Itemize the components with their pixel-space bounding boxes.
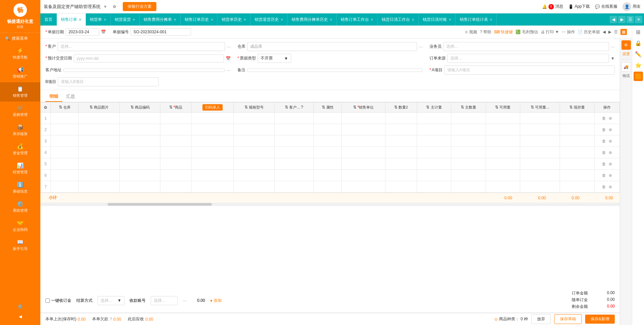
row-6-warehouse[interactable]	[51, 170, 79, 181]
operations-btn[interactable]: ⋯ 操作	[562, 29, 575, 35]
tab-sales-order[interactable]: 销售订单 ✕	[57, 13, 86, 26]
row-7-unit[interactable]	[342, 181, 385, 193]
th-settings[interactable]: ⚙	[41, 103, 51, 113]
b-project-input[interactable]: 请输入B项目	[58, 77, 159, 86]
row-4-main-unit[interactable]	[417, 147, 451, 158]
sidebar-item-enterprise[interactable]: 🤝 企业协同	[0, 216, 40, 236]
row-6-product[interactable]	[160, 170, 191, 181]
row-5-customer-code[interactable]	[274, 158, 313, 170]
video-btn[interactable]: ⊙ 视频	[465, 29, 477, 35]
row-7-code[interactable]	[119, 181, 160, 193]
row-3-available-detail[interactable]	[520, 135, 560, 147]
row-5-spec[interactable]	[234, 158, 274, 170]
row-7-spec[interactable]	[234, 181, 274, 193]
row-4-available-detail[interactable]	[520, 147, 560, 158]
a-project-input[interactable]: 请输入A项目	[444, 66, 615, 75]
row-3-customer-code[interactable]	[274, 135, 313, 147]
row-2-main-qty[interactable]	[451, 124, 486, 135]
online-service-btn[interactable]: 💬 在线客服	[595, 4, 617, 9]
th-sales-unit-sort-icon[interactable]: ⇅	[353, 105, 356, 110]
row-5-current-stock[interactable]	[560, 158, 594, 170]
sidebar-item-system[interactable]: ⚙️ 系统管理	[0, 197, 40, 216]
tab-detail[interactable]: 明细	[45, 92, 62, 102]
th-main-qty-sort-icon[interactable]: ⇅	[461, 105, 464, 110]
card-view-icon[interactable]: ▦	[620, 29, 627, 35]
row-1-attr[interactable]	[313, 113, 341, 124]
row-6-current-stock[interactable]	[560, 170, 594, 181]
row-3-qty2[interactable]	[385, 135, 417, 147]
row-4-product[interactable]	[160, 147, 191, 158]
row-4-main-qty[interactable]	[451, 147, 486, 158]
th-available-detail-sort-icon[interactable]: ⇅	[531, 105, 534, 110]
side-settings-label[interactable]: 设置	[622, 51, 630, 56]
list-view-icon[interactable]: ☰	[614, 30, 618, 34]
nav-next-icon[interactable]: ▶	[608, 30, 611, 34]
sidebar-item-quick-nav[interactable]: ⚡ 快捷导航	[0, 44, 40, 63]
receipt-more-icon[interactable]: ···	[183, 298, 187, 303]
row-6-customer-code[interactable]	[274, 170, 313, 181]
row-5-main-unit[interactable]	[417, 158, 451, 170]
tab-expense-split-history[interactable]: 销售费用分摊单历史 ✕	[288, 13, 337, 26]
side-logistics-btn[interactable]: 🚚	[621, 62, 631, 72]
row-2-copy-icon[interactable]: ⊕	[609, 127, 612, 132]
tab-sales-workbench[interactable]: 销售订单工作台 ✕	[337, 13, 378, 26]
horizontal-scrollbar[interactable]	[40, 203, 620, 206]
row-3-copy-icon[interactable]: ⊕	[609, 139, 612, 144]
shortcut-btn[interactable]: ⌨ 快捷键	[494, 29, 513, 35]
add-btn[interactable]: ● 添加	[210, 298, 222, 303]
row-7-customer-code[interactable]	[274, 181, 313, 193]
row-1-customer-code[interactable]	[274, 113, 313, 124]
row-1-unit[interactable]	[342, 113, 385, 124]
tab-sales-return-history-close-icon[interactable]: ✕	[280, 18, 283, 22]
row-4-customer-code[interactable]	[274, 147, 313, 158]
customer-more-icon[interactable]: ···	[227, 44, 231, 49]
row-5-available[interactable]	[486, 158, 520, 170]
nav-prev-icon[interactable]: ◀	[603, 30, 606, 34]
row-1-qty2[interactable]	[385, 113, 417, 124]
receipt-account-select[interactable]: 选择...	[151, 296, 178, 305]
tab-sales-order-history[interactable]: 销售订单历史 ✕	[181, 13, 218, 26]
row-4-available[interactable]	[486, 147, 520, 158]
sidebar-item-operations[interactable]: 📊 经营管理	[0, 159, 40, 178]
side-settings-btn[interactable]: ⚙	[621, 40, 631, 50]
row-6-delete-icon[interactable]: 🗑	[602, 173, 606, 178]
row-1-image[interactable]	[79, 113, 119, 124]
sidebar-item-sales[interactable]: 📋 销售管理	[0, 82, 40, 101]
th-current-stock-sort-icon[interactable]: ⇅	[569, 105, 573, 110]
tabs-menu-btn[interactable]: ☰	[627, 16, 634, 23]
profit-estimate-btn[interactable]: 💹 毛利预估	[516, 29, 538, 35]
row-6-image[interactable]	[79, 170, 119, 181]
warehouse-more-icon[interactable]: ···	[419, 44, 423, 49]
tab-summary[interactable]: 汇总	[62, 92, 79, 102]
row-2-warehouse[interactable]	[51, 124, 79, 135]
rp-grid-icon[interactable]: ⊞	[634, 27, 643, 37]
row-7-available-detail[interactable]	[520, 181, 560, 193]
sidebar-collapse-btn[interactable]: ◀	[0, 312, 40, 322]
row-5-copy-icon[interactable]: ⊕	[609, 162, 612, 166]
row-4-current-stock[interactable]	[560, 147, 594, 158]
row-6-available-detail[interactable]	[520, 170, 560, 181]
row-2-qty2[interactable]	[385, 124, 417, 135]
warehouse-input[interactable]: 成品库	[247, 42, 417, 51]
th-main-unit-sort-icon[interactable]: ⇅	[426, 105, 429, 110]
row-1-spec[interactable]	[234, 113, 274, 124]
th-available-sort-icon[interactable]: ⇅	[495, 105, 498, 110]
order-source-dropdown-icon[interactable]: ▼	[611, 56, 615, 61]
tab-sales-return-history[interactable]: 销货退货历史 ✕	[251, 13, 288, 26]
row-4-qty2[interactable]	[385, 147, 417, 158]
row-1-current-stock[interactable]	[560, 113, 594, 124]
rp-lock-icon[interactable]: 🔒	[634, 38, 643, 48]
th-product-image-sort-icon[interactable]: ⇅	[89, 105, 93, 110]
rp-orange-icon[interactable]: 🟧	[634, 72, 643, 81]
doc-num-value[interactable]: SO-20230324-001	[130, 28, 191, 36]
delivery-calendar-icon[interactable]: 📅	[226, 56, 231, 61]
date-value[interactable]: 2023-03-24	[66, 28, 99, 36]
tab-daily-clear-workbench-close-icon[interactable]: ✕	[412, 18, 414, 22]
row-3-unit[interactable]	[342, 135, 385, 147]
rp-edit-icon[interactable]: ✏️	[634, 49, 643, 59]
tab-sales-stats[interactable]: 销售订单统计表 ✕	[456, 13, 497, 26]
row-7-attr[interactable]	[313, 181, 341, 193]
tab-sales-stats-close-icon[interactable]: ✕	[490, 18, 492, 22]
row-2-product[interactable]	[160, 124, 191, 135]
quick-settle-check[interactable]	[45, 298, 50, 303]
